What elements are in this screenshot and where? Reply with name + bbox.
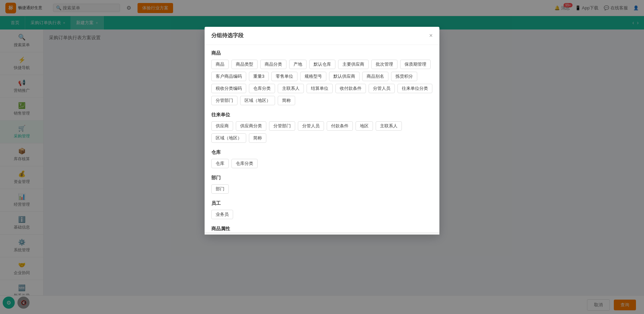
field-tag[interactable]: 收付款条件 xyxy=(335,84,366,93)
modal-field-selector: 分组待选字段 × 商品 商品 商品类型 商品分类 产地 默认仓库 主要供应商 批… xyxy=(205,27,439,235)
field-tag[interactable]: 仓库分类 xyxy=(231,159,258,168)
field-tag[interactable]: 结算单位 xyxy=(307,84,333,93)
section-partner-label: 往来单位 xyxy=(211,112,433,118)
goods-field-tags: 商品 商品类型 商品分类 产地 默认仓库 主要供应商 批次管理 保质期管理 客户… xyxy=(211,60,433,105)
field-tag[interactable]: 往来单位分类 xyxy=(397,84,432,93)
field-tag[interactable]: 分管人员 xyxy=(369,84,395,93)
field-tag[interactable]: 分管部门 xyxy=(269,121,295,131)
modal-body: 商品 商品 商品类型 商品分类 产地 默认仓库 主要供应商 批次管理 保质期管理… xyxy=(205,45,439,232)
warehouse-field-tags: 仓库 仓库分类 xyxy=(211,159,433,168)
field-tag[interactable]: 分管部门 xyxy=(211,96,237,105)
field-tag[interactable]: 仓库分类 xyxy=(249,84,275,93)
section-goods-label: 商品 xyxy=(211,50,433,56)
field-tag[interactable]: 产地 xyxy=(289,60,307,69)
section-partner: 往来单位 供应商 供应商分类 分管部门 分管人员 付款条件 地区 主联系人 区域… xyxy=(211,112,433,143)
field-tag[interactable]: 区域（地区） xyxy=(240,96,275,105)
modal-header: 分组待选字段 × xyxy=(205,27,439,45)
field-tag[interactable]: 主联系人 xyxy=(376,121,402,131)
field-tag[interactable]: 保质期管理 xyxy=(400,60,431,69)
field-tag[interactable]: 供应商 xyxy=(211,121,233,131)
field-tag[interactable]: 仓库 xyxy=(211,159,229,168)
field-tag[interactable]: 税收分类编码 xyxy=(211,84,246,93)
section-warehouse-label: 仓库 xyxy=(211,149,433,155)
section-goods: 商品 商品 商品类型 商品分类 产地 默认仓库 主要供应商 批次管理 保质期管理… xyxy=(211,50,433,105)
field-tag[interactable]: 付款条件 xyxy=(327,121,353,131)
section-department-label: 部门 xyxy=(211,175,433,181)
field-tag[interactable]: 分管人员 xyxy=(298,121,324,131)
field-tag[interactable]: 默认仓库 xyxy=(309,60,335,69)
field-tag[interactable]: 部门 xyxy=(211,184,229,194)
field-tag[interactable]: 简称 xyxy=(249,133,266,143)
field-tag[interactable]: 批次管理 xyxy=(371,60,397,69)
employee-field-tags: 业务员 xyxy=(211,210,433,219)
field-tag[interactable]: 主要供应商 xyxy=(338,60,369,69)
field-tag[interactable]: 主联系人 xyxy=(278,84,304,93)
field-tag[interactable]: 规格型号 xyxy=(300,72,326,81)
section-employee-label: 员工 xyxy=(211,200,433,206)
section-goods-attr-label: 商品属性 xyxy=(211,226,433,232)
field-tag[interactable]: 业务员 xyxy=(211,210,233,219)
section-warehouse: 仓库 仓库 仓库分类 xyxy=(211,149,433,168)
field-tag[interactable]: 区域（地区） xyxy=(211,133,246,143)
modal-title: 分组待选字段 xyxy=(211,32,244,39)
section-goods-attr: 商品属性 属性 颜色 多规格 尺码 鞋码 1 xyxy=(211,226,433,232)
field-tag[interactable]: 商品 xyxy=(211,60,229,69)
dept-field-tags: 部门 xyxy=(211,184,433,194)
modal-overlay: 分组待选字段 × 商品 商品 商品类型 商品分类 产地 默认仓库 主要供应商 批… xyxy=(0,0,644,314)
field-tag[interactable]: 零售单位 xyxy=(271,72,298,81)
section-department: 部门 部门 xyxy=(211,175,433,194)
field-tag[interactable]: 拣货积分 xyxy=(391,72,417,81)
field-tag[interactable]: 客户商品编码 xyxy=(211,72,246,81)
field-tag[interactable]: 供应商分类 xyxy=(236,121,266,131)
field-tag[interactable]: 简称 xyxy=(278,96,295,105)
modal-horizontal-scrollbar[interactable] xyxy=(205,232,439,235)
field-tag[interactable]: 默认供应商 xyxy=(329,72,360,81)
field-tag[interactable]: 地区 xyxy=(356,121,373,131)
section-employee: 员工 业务员 xyxy=(211,200,433,219)
modal-close-button[interactable]: × xyxy=(429,32,433,39)
field-tag[interactable]: 重量3 xyxy=(249,72,269,81)
field-tag[interactable]: 商品分类 xyxy=(260,60,286,69)
partner-field-tags: 供应商 供应商分类 分管部门 分管人员 付款条件 地区 主联系人 区域（地区） … xyxy=(211,121,433,143)
field-tag[interactable]: 商品别名 xyxy=(362,72,388,81)
field-tag[interactable]: 商品类型 xyxy=(231,60,258,69)
